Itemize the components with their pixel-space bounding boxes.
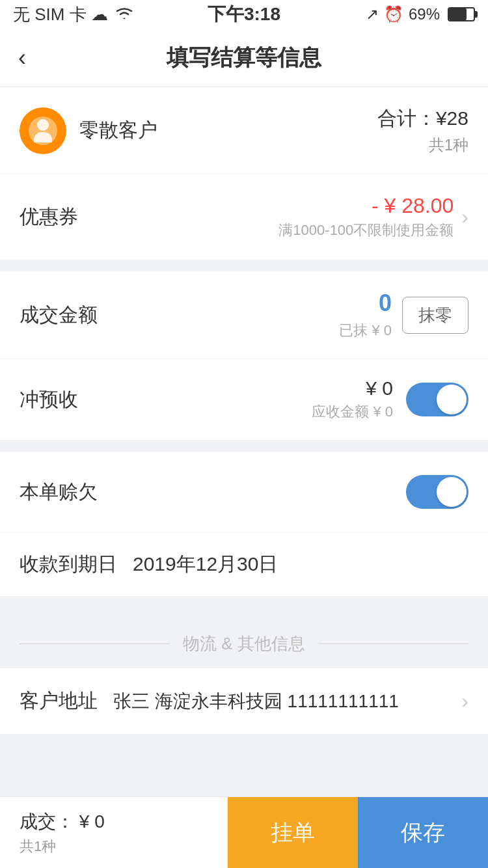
due-date-value: 2019年12月30日 bbox=[133, 551, 278, 578]
prepaid-label: 冲预收 bbox=[20, 387, 78, 413]
page-title: 填写结算等信息 bbox=[167, 43, 321, 73]
hang-button[interactable]: 挂单 bbox=[228, 797, 358, 869]
transaction-row: 成交金额 0 已抹 ¥ 0 抹零 bbox=[0, 271, 488, 359]
debt-section: 本单赊欠 收款到期日 2019年12月30日 bbox=[0, 452, 488, 596]
toggle-knob bbox=[437, 385, 467, 414]
header-line-left bbox=[20, 644, 170, 644]
header-line-right bbox=[318, 644, 468, 644]
battery-icon bbox=[448, 7, 475, 21]
already-rounded: 已抹 ¥ 0 bbox=[339, 321, 392, 340]
coupon-chevron-icon: › bbox=[461, 205, 468, 229]
status-bar: 无 SIM 卡 ☁ 下午3:18 ↗ ⏰ 69% bbox=[0, 0, 488, 29]
round-button[interactable]: 抹零 bbox=[402, 297, 468, 334]
prepaid-row: 冲预收 ¥ 0 应收金额 ¥ 0 bbox=[0, 359, 488, 440]
bottom-summary: 成交： ¥ 0 共1种 bbox=[0, 809, 228, 856]
address-section: 客户地址 张三 海淀永丰科技园 11111111111 › bbox=[0, 668, 488, 734]
transaction-right: 0 已抹 ¥ 0 抹零 bbox=[339, 290, 468, 340]
debt-toggle[interactable] bbox=[406, 475, 468, 509]
bottom-deal-label: 成交： bbox=[20, 811, 74, 832]
bottom-bar: 成交： ¥ 0 共1种 挂单 保存 bbox=[0, 796, 488, 868]
customer-summary: 合计：¥28 共1种 bbox=[377, 105, 468, 156]
status-time: 下午3:18 bbox=[208, 2, 280, 27]
status-left: 无 SIM 卡 ☁ bbox=[13, 3, 134, 26]
due-date-row: 收款到期日 2019年12月30日 bbox=[0, 532, 488, 596]
debt-label: 本单赊欠 bbox=[20, 479, 98, 506]
address-row[interactable]: 客户地址 张三 海淀永丰科技园 11111111111 › bbox=[0, 668, 488, 734]
customer-section: 零散客户 合计：¥28 共1种 优惠券 - ¥ 28.00 满1000-100不… bbox=[0, 87, 488, 260]
coupon-desc: 满1000-100不限制使用金额 bbox=[278, 221, 454, 240]
prepaid-amount: ¥ 0 bbox=[312, 377, 393, 400]
transaction-label: 成交金额 bbox=[20, 302, 98, 329]
amount-wrap: 0 已抹 ¥ 0 bbox=[339, 290, 392, 340]
logistics-header: 物流 & 其他信息 bbox=[0, 619, 488, 668]
prepaid-right: ¥ 0 应收金额 ¥ 0 bbox=[312, 377, 468, 422]
location-icon: ↗ bbox=[366, 5, 379, 23]
address-value: 张三 海淀永丰科技园 11111111111 bbox=[113, 689, 461, 714]
receivable-label: 应收金额 ¥ 0 bbox=[312, 402, 393, 422]
wifi-icon bbox=[115, 5, 134, 25]
transaction-amount: 0 bbox=[339, 290, 392, 317]
customer-row: 零散客户 合计：¥28 共1种 bbox=[0, 87, 488, 174]
section-divider bbox=[0, 608, 488, 619]
coupon-label: 优惠券 bbox=[20, 204, 78, 230]
prepaid-toggle[interactable] bbox=[406, 383, 468, 416]
bottom-deal-amount: ¥ 0 bbox=[79, 811, 105, 832]
prepaid-amount-wrap: ¥ 0 应收金额 ¥ 0 bbox=[312, 377, 393, 422]
customer-name: 零散客户 bbox=[79, 117, 157, 144]
due-date-label: 收款到期日 bbox=[20, 551, 117, 578]
avatar bbox=[20, 107, 66, 154]
coupon-value-wrap: - ¥ 28.00 满1000-100不限制使用金额 bbox=[278, 194, 454, 240]
coupon-row[interactable]: 优惠券 - ¥ 28.00 满1000-100不限制使用金额 › bbox=[0, 174, 488, 260]
avatar-inner bbox=[29, 116, 57, 145]
sim-label: 无 SIM 卡 ☁ bbox=[13, 3, 108, 26]
back-button[interactable]: ‹ bbox=[18, 44, 26, 72]
nav-bar: ‹ 填写结算等信息 bbox=[0, 29, 488, 87]
debt-toggle-knob bbox=[437, 477, 467, 507]
customer-info: 零散客户 bbox=[20, 107, 157, 154]
alarm-icon: ⏰ bbox=[384, 5, 403, 23]
address-label: 客户地址 bbox=[20, 688, 98, 714]
bottom-deal: 成交： ¥ 0 bbox=[20, 809, 208, 834]
coupon-right: - ¥ 28.00 满1000-100不限制使用金额 › bbox=[278, 194, 468, 240]
debt-row: 本单赊欠 bbox=[0, 452, 488, 532]
total-count: 共1种 bbox=[377, 135, 468, 156]
save-button[interactable]: 保存 bbox=[358, 797, 488, 869]
logistics-header-text: 物流 & 其他信息 bbox=[183, 632, 305, 655]
coupon-discount: - ¥ 28.00 bbox=[278, 194, 454, 218]
status-right: ↗ ⏰ 69% bbox=[366, 5, 475, 23]
bottom-count: 共1种 bbox=[20, 837, 208, 856]
address-chevron-icon: › bbox=[461, 689, 468, 713]
transaction-section: 成交金额 0 已抹 ¥ 0 抹零 冲预收 ¥ 0 应收金额 ¥ 0 bbox=[0, 271, 488, 440]
battery-percent: 69% bbox=[409, 5, 440, 23]
total-amount: 合计：¥28 bbox=[377, 105, 468, 132]
